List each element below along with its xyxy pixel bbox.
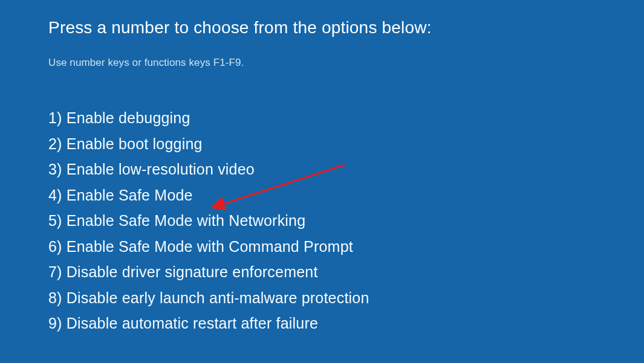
option-1-enable-debugging[interactable]: 1) Enable debugging [48,105,596,131]
option-number: 6) [48,238,62,255]
option-2-enable-boot-logging[interactable]: 2) Enable boot logging [48,131,596,157]
option-label: Enable boot logging [67,135,203,152]
option-label: Enable low-resolution video [67,161,255,178]
option-number: 3) [48,161,62,178]
startup-options-list: 1) Enable debugging 2) Enable boot loggi… [48,105,596,336]
option-number: 4) [48,187,62,204]
page-subheading: Use number keys or functions keys F1-F9. [48,57,596,69]
option-number: 9) [48,315,62,332]
option-label: Enable Safe Mode [67,187,193,204]
option-label: Enable debugging [67,109,190,126]
option-label: Disable early launch anti-malware protec… [67,289,369,306]
option-9-disable-automatic-restart[interactable]: 9) Disable automatic restart after failu… [48,310,596,336]
option-4-enable-safe-mode[interactable]: 4) Enable Safe Mode [48,182,596,208]
option-7-disable-driver-signature-enforcement[interactable]: 7) Disable driver signature enforcement [48,259,596,285]
option-label: Enable Safe Mode with Command Prompt [67,238,353,255]
option-number: 5) [48,212,62,229]
option-5-enable-safe-mode-networking[interactable]: 5) Enable Safe Mode with Networking [48,208,596,234]
option-number: 2) [48,135,62,152]
option-number: 7) [48,263,62,280]
option-label: Disable driver signature enforcement [67,263,318,280]
option-label: Disable automatic restart after failure [67,315,318,332]
option-8-disable-early-launch-anti-malware[interactable]: 8) Disable early launch anti-malware pro… [48,285,596,311]
option-6-enable-safe-mode-command-prompt[interactable]: 6) Enable Safe Mode with Command Prompt [48,234,596,260]
option-number: 1) [48,109,62,126]
page-heading: Press a number to choose from the option… [48,18,596,37]
option-3-enable-low-resolution-video[interactable]: 3) Enable low-resolution video [48,156,596,182]
option-label: Enable Safe Mode with Networking [67,212,306,229]
option-number: 8) [48,289,62,306]
